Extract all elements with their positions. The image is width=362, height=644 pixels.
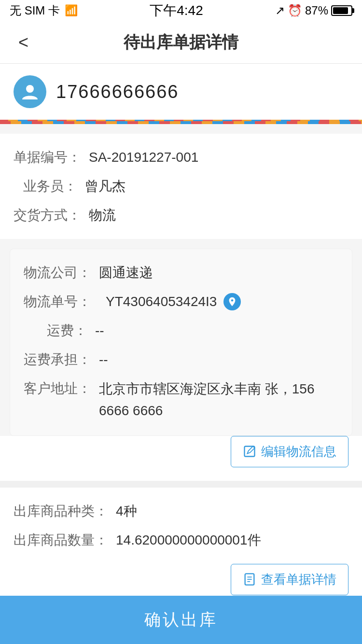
edit-logistics-button[interactable]: 编辑物流信息 xyxy=(231,436,348,467)
map-pin-icon xyxy=(227,296,237,307)
confirm-bar[interactable]: 确认出库 xyxy=(0,596,362,644)
logistics-card: 物流公司： 圆通速递 物流单号： YT43064053424I3 运费： -- … xyxy=(10,249,352,436)
goods-types-row: 出库商品种类： 4种 xyxy=(14,501,348,521)
logistics-company-row: 物流公司： 圆通速递 xyxy=(24,263,338,283)
battery-fill xyxy=(333,7,348,14)
status-left: 无 SIM 卡 📶 xyxy=(10,3,78,18)
salesman-value: 曾凡杰 xyxy=(85,176,348,196)
alarm-icon: ⏰ xyxy=(288,4,302,17)
document-icon xyxy=(243,573,256,586)
edit-btn-container: 编辑物流信息 xyxy=(0,436,362,481)
goods-quantity-value: 14.620000000000001件 xyxy=(116,530,348,550)
battery-text: 87% xyxy=(305,4,328,17)
content: 17666666666 单据编号： SA-20191227-001 业务员： 曾… xyxy=(0,64,362,644)
goods-quantity-label: 出库商品数量： xyxy=(14,530,116,550)
document-no-label: 单据编号： xyxy=(14,147,89,168)
status-right: ↗ ⏰ 87% xyxy=(275,4,352,17)
delivery-method-value: 物流 xyxy=(89,205,348,225)
wifi-icon: 📶 xyxy=(65,4,78,17)
freight-row: 运费： -- xyxy=(24,321,338,341)
customer-header: 17666666666 xyxy=(0,64,362,121)
freight-bearer-value: -- xyxy=(99,350,338,370)
logistics-company-value: 圆通速递 xyxy=(99,263,338,283)
edit-icon xyxy=(243,445,256,458)
address-row: 客户地址： 北京市市辖区海淀区永丰南 张，156 6666 6666 xyxy=(24,378,338,422)
person-icon xyxy=(20,82,40,101)
svg-rect-1 xyxy=(245,447,255,457)
salesman-row: 业务员： 曾凡杰 xyxy=(14,176,348,196)
view-btn-label: 查看单据详情 xyxy=(261,571,336,588)
address-label: 客户地址： xyxy=(24,378,99,399)
tracking-location-icon[interactable] xyxy=(223,293,241,310)
page-title: 待出库单据详情 xyxy=(124,31,238,54)
goods-types-value: 4种 xyxy=(116,501,348,521)
salesman-label: 业务员： xyxy=(14,176,85,196)
tracking-no-row: 物流单号： YT43064053424I3 xyxy=(24,292,338,312)
rainbow-divider xyxy=(0,121,362,124)
battery-bar xyxy=(331,5,352,16)
goods-section: 出库商品种类： 4种 出库商品数量： 14.620000000000001件 xyxy=(0,488,362,564)
location-status-icon: ↗ xyxy=(275,4,285,17)
delivery-method-row: 交货方式： 物流 xyxy=(14,205,348,225)
back-button[interactable]: < xyxy=(14,28,33,57)
delivery-method-label: 交货方式： xyxy=(14,205,89,225)
carrier-text: 无 SIM 卡 xyxy=(10,3,60,18)
freight-bearer-row: 运费承担： -- xyxy=(24,350,338,370)
document-no-value: SA-20191227-001 xyxy=(89,147,348,168)
tracking-no-value: YT43064053424I3 xyxy=(106,292,217,312)
goods-types-label: 出库商品种类： xyxy=(14,501,116,521)
customer-phone: 17666666666 xyxy=(56,82,179,102)
section-divider-1 xyxy=(0,481,362,488)
logistics-company-label: 物流公司： xyxy=(24,263,99,283)
goods-quantity-row: 出库商品数量： 14.620000000000001件 xyxy=(14,530,348,550)
tracking-no-label: 物流单号： xyxy=(24,292,99,312)
status-bar: 无 SIM 卡 📶 下午4:42 ↗ ⏰ 87% xyxy=(0,0,362,21)
nav-bar: < 待出库单据详情 xyxy=(0,21,362,64)
basic-info-section: 单据编号： SA-20191227-001 业务员： 曾凡杰 交货方式： 物流 xyxy=(0,134,362,239)
freight-label: 运费： xyxy=(24,321,95,341)
freight-bearer-label: 运费承担： xyxy=(24,350,99,370)
freight-value: -- xyxy=(95,321,338,341)
confirm-btn-text: 确认出库 xyxy=(144,609,218,631)
document-no-row: 单据编号： SA-20191227-001 xyxy=(14,147,348,168)
address-value: 北京市市辖区海淀区永丰南 张，156 6666 6666 xyxy=(99,378,338,422)
status-time: 下午4:42 xyxy=(150,1,203,20)
avatar xyxy=(14,75,46,108)
view-details-button[interactable]: 查看单据详情 xyxy=(231,564,348,595)
svg-point-0 xyxy=(26,85,34,93)
edit-btn-label: 编辑物流信息 xyxy=(261,443,336,460)
